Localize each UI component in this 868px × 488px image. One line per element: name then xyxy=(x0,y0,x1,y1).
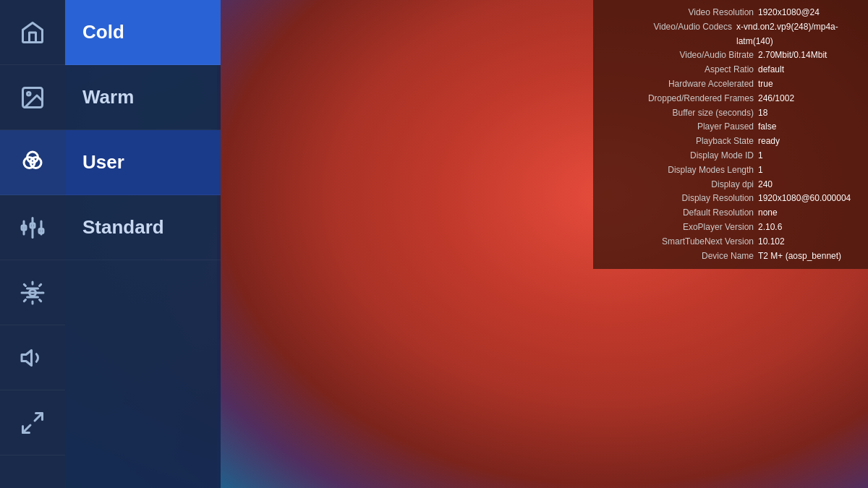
debug-info-panel: Video Resolution1920x1080@24Video/Audio … xyxy=(602,6,859,263)
equalizer-icon xyxy=(20,215,46,241)
debug-label: Display dpi xyxy=(624,178,754,192)
sidebar-item-audio[interactable] xyxy=(0,195,65,260)
debug-row: Hardware Acceleratedtrue xyxy=(602,77,859,92)
svg-marker-16 xyxy=(22,350,32,365)
debug-label: ExoPlayer Version xyxy=(624,221,754,235)
debug-label: Display Modes Length xyxy=(624,163,754,178)
sidebar-item-settings[interactable] xyxy=(0,260,65,325)
debug-value: 1 xyxy=(758,163,859,178)
debug-row: Video/Audio Bitrate2.70Mbit/0.14Mbit xyxy=(602,48,859,63)
debug-value: default xyxy=(758,63,859,77)
debug-row: Buffer size (seconds)18 xyxy=(602,106,859,121)
debug-label: Buffer size (seconds) xyxy=(624,106,754,121)
svg-line-17 xyxy=(35,413,43,421)
menu-item-cold[interactable]: Cold xyxy=(65,0,221,65)
volume-icon xyxy=(20,345,46,371)
debug-value: 2.70Mbit/0.14Mbit xyxy=(758,48,859,63)
debug-value: true xyxy=(758,77,859,92)
sidebar-item-color[interactable] xyxy=(0,130,65,195)
sidebar-item-resize[interactable] xyxy=(0,390,65,455)
color-filter-icon xyxy=(20,150,46,176)
debug-row: Display Modes Length1 xyxy=(602,163,859,178)
debug-label: Aspect Ratio xyxy=(624,63,754,77)
menu-item-cold-label: Cold xyxy=(82,21,124,43)
debug-value: 246/1002 xyxy=(758,92,859,106)
debug-value: T2 M+ (aosp_bennet) xyxy=(758,249,859,264)
debug-label: Video/Audio Codecs xyxy=(602,20,732,49)
debug-value: 240 xyxy=(758,178,859,192)
debug-row: Player Pausedfalse xyxy=(602,120,859,134)
debug-row: Default Resolutionnone xyxy=(602,206,859,221)
menu-item-standard-label: Standard xyxy=(82,216,164,239)
debug-value: 10.102 xyxy=(758,235,859,249)
debug-value: x-vnd.on2.vp9(248)/mp4a-latm(140) xyxy=(736,20,859,49)
debug-value: 1 xyxy=(758,149,859,163)
svg-line-18 xyxy=(23,425,31,433)
debug-row: Display Resolution1920x1080@60.000004 xyxy=(602,192,859,206)
debug-overlay: Video Resolution1920x1080@24Video/Audio … xyxy=(593,0,868,269)
debug-value: 18 xyxy=(758,106,859,121)
debug-label: Video Resolution xyxy=(624,6,754,20)
home-icon xyxy=(20,20,46,46)
debug-row: Playback Stateready xyxy=(602,134,859,149)
debug-row: ExoPlayer Version2.10.6 xyxy=(602,221,859,235)
debug-label: Video/Audio Bitrate xyxy=(624,48,754,63)
debug-label: Display Resolution xyxy=(624,192,754,206)
debug-value: ready xyxy=(758,134,859,149)
debug-value: 2.10.6 xyxy=(758,221,859,235)
sidebar: Cold Warm User Standard xyxy=(0,0,221,488)
debug-value: 1920x1080@60.000004 xyxy=(758,192,859,206)
menu-item-user[interactable]: User xyxy=(65,130,221,195)
debug-row: Display Mode ID1 xyxy=(602,149,859,163)
debug-label: Hardware Accelerated xyxy=(624,77,754,92)
svg-point-1 xyxy=(27,92,31,95)
image-icon xyxy=(20,85,46,111)
debug-label: Player Paused xyxy=(624,120,754,134)
debug-row: Video/Audio Codecsx-vnd.on2.vp9(248)/mp4… xyxy=(602,20,859,49)
debug-value: false xyxy=(758,120,859,134)
sidebar-item-volume[interactable] xyxy=(0,325,65,390)
debug-label: Display Mode ID xyxy=(624,149,754,163)
debug-value: 1920x1080@24 xyxy=(758,6,859,20)
sidebar-item-home[interactable] xyxy=(0,0,65,65)
menu-item-warm[interactable]: Warm xyxy=(65,65,221,130)
debug-label: Device Name xyxy=(624,249,754,264)
debug-label: Default Resolution xyxy=(624,206,754,221)
debug-row: Aspect Ratiodefault xyxy=(602,63,859,77)
menu-item-user-label: User xyxy=(82,151,124,174)
menu-item-warm-label: Warm xyxy=(82,86,134,108)
icon-column xyxy=(0,0,65,488)
menu-item-standard[interactable]: Standard xyxy=(65,195,221,260)
settings-icon xyxy=(20,280,46,306)
debug-label: SmartTubeNext Version xyxy=(624,235,754,249)
debug-label: Dropped/Rendered Frames xyxy=(624,92,754,106)
menu-column: Cold Warm User Standard xyxy=(65,0,221,488)
debug-row: Device NameT2 M+ (aosp_bennet) xyxy=(602,249,859,264)
debug-row: Dropped/Rendered Frames246/1002 xyxy=(602,92,859,106)
sidebar-item-image[interactable] xyxy=(0,65,65,130)
resize-icon xyxy=(20,410,46,436)
debug-row: Video Resolution1920x1080@24 xyxy=(602,6,859,20)
debug-row: Display dpi240 xyxy=(602,178,859,192)
debug-row: SmartTubeNext Version10.102 xyxy=(602,235,859,249)
debug-value: none xyxy=(758,206,859,221)
debug-label: Playback State xyxy=(624,134,754,149)
